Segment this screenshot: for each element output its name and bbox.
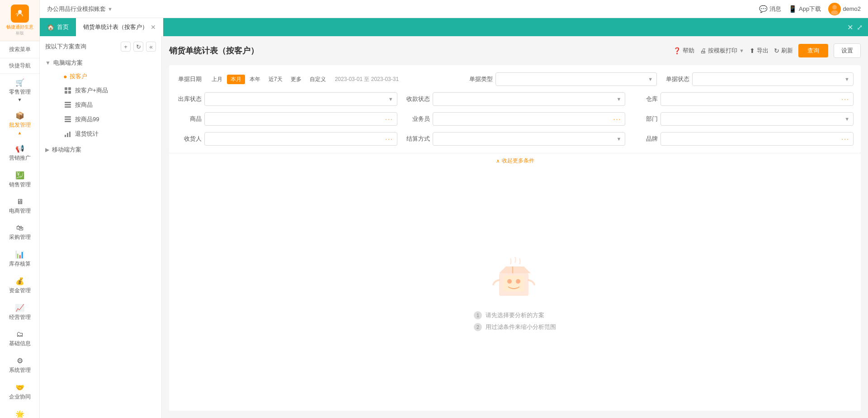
tree-item-product-99[interactable]: 按商品99 [52, 112, 161, 127]
tab-home[interactable]: 🏠 首页 [40, 18, 76, 36]
message-btn[interactable]: 💬 消息 [759, 5, 781, 13]
collapse-bar[interactable]: ∧ 收起更多条件 [169, 153, 861, 168]
receive-status-select[interactable]: ▼ [433, 92, 626, 106]
warehouse-select[interactable]: ··· [660, 92, 854, 106]
refresh-icon: ↻ [774, 47, 779, 54]
consignee-select[interactable]: ··· [204, 132, 397, 146]
wholesale-icon: 📦 [15, 111, 24, 120]
filter-out-status-group: 出库状态 ▼ [176, 92, 397, 106]
date-tab-this-year[interactable]: 本年 [246, 75, 264, 84]
refresh-scheme-btn[interactable]: ↻ [133, 42, 143, 52]
filter-row-3: 商品 ··· 业务员 ··· 部门 [176, 112, 854, 126]
payment-method-select[interactable]: ▼ [433, 132, 626, 146]
svg-rect-3 [65, 87, 67, 90]
svg-rect-5 [65, 91, 67, 94]
date-controls: 上月 本月 本年 近7天 更多 自定义 2023-03-01 至 2023-03… [204, 75, 460, 84]
consignee-label: 收货人 [176, 135, 202, 143]
tab-expand-btn[interactable]: ⤢ [857, 23, 863, 32]
collapse-chevron-icon: ∧ [496, 158, 500, 164]
sidebar-item-finance[interactable]: 💰 资金管理 [0, 272, 39, 299]
empty-tip-2: 2 用过滤条件来缩小分析范围 [474, 323, 556, 331]
doc-status-select[interactable]: ▼ [692, 72, 854, 86]
sidebar-item-purchase[interactable]: 🛍 采购管理 [0, 219, 39, 246]
print-btn[interactable]: 🖨 按模板打印 ▼ [700, 47, 744, 55]
tree-item-customer-product[interactable]: 按客户+商品 [52, 83, 161, 98]
svg-rect-6 [68, 91, 71, 94]
query-button[interactable]: 查询 [798, 44, 828, 57]
doc-status-chevron-icon: ▼ [844, 76, 849, 82]
sidebar-item-operations[interactable]: 📈 经营管理 [0, 299, 39, 326]
date-tab-last-month[interactable]: 上月 [208, 75, 226, 84]
salesperson-select[interactable]: ··· [433, 112, 626, 126]
inventory-icon: 📊 [15, 250, 24, 259]
payment-chevron-icon: ▼ [616, 136, 621, 142]
filter-row-4: 收货人 ··· 结算方式 ▼ 品牌 [176, 132, 854, 146]
sidebar-item-retail[interactable]: 🛒 零售管理 ▼ [0, 74, 39, 107]
salesperson-dots-icon: ··· [613, 115, 622, 123]
purchase-icon: 🛍 [16, 224, 24, 232]
sidebar-item-sales[interactable]: 💹 销售管理 [0, 166, 39, 193]
app-download-btn[interactable]: 📱 App下载 [788, 5, 821, 13]
sidebar-item-basic[interactable]: 🗂 基础信息 [0, 326, 39, 352]
by-product-icon [63, 100, 72, 109]
doc-type-chevron-icon: ▼ [648, 76, 653, 82]
empty-state: 1 请先选择要分析的方案 2 用过滤条件来缩小分析范围 [169, 168, 861, 411]
logo-text: 畅捷通好生意 标版 [6, 24, 33, 36]
collapse-panel-btn[interactable]: « [146, 42, 156, 52]
logo-icon [11, 5, 29, 23]
date-tab-last-7[interactable]: 近7天 [265, 75, 286, 84]
svg-point-1 [832, 5, 837, 10]
tab-close-btn[interactable]: ✕ [151, 24, 156, 31]
sidebar-item-newbie[interactable]: 🌟 新手引导 [0, 405, 39, 418]
tree-desktop-group[interactable]: ▼ 电脑端方案 [40, 56, 161, 70]
date-tab-more[interactable]: 更多 [287, 75, 305, 84]
help-icon: ❓ [673, 47, 681, 54]
sidebar-item-inventory[interactable]: 📊 库存核算 [0, 246, 39, 272]
date-tab-this-month[interactable]: 本月 [227, 75, 245, 84]
svg-rect-7 [65, 102, 71, 103]
search-menu[interactable]: 搜索菜单 [0, 41, 39, 58]
tab-close-all-btn[interactable]: ✕ [847, 23, 853, 32]
finance-icon: 💰 [15, 277, 24, 285]
out-status-select[interactable]: ▼ [204, 92, 397, 106]
customer-active-icon: ● [63, 73, 67, 80]
filter-salesperson-group: 业务员 ··· [405, 112, 626, 126]
filter-product-group: 商品 ··· [176, 112, 397, 126]
dept-chevron-icon: ▼ [844, 116, 849, 122]
brand-select[interactable]: ··· [660, 132, 854, 146]
dept-select[interactable]: ▼ [660, 112, 854, 126]
doc-type-select[interactable]: ▼ [495, 72, 657, 86]
svg-point-19 [516, 279, 520, 284]
export-btn[interactable]: ⬆ 导出 [750, 47, 769, 55]
date-range-display: 2023-03-01 至 2023-03-31 [335, 76, 399, 83]
panel-header-actions: + ↻ « [121, 42, 156, 52]
payment-method-label: 结算方式 [405, 135, 430, 143]
industry-selector[interactable]: 办公用品行业模拟账套 ▼ [47, 5, 113, 13]
sidebar-item-enterprise[interactable]: 🤝 企业协同 [0, 379, 39, 405]
sidebar-item-wholesale[interactable]: 📦 批发管理 ▲ [0, 107, 39, 140]
brand-label: 品牌 [632, 135, 658, 143]
product-99-icon [63, 115, 72, 124]
quick-nav[interactable]: 快捷导航 [0, 58, 39, 74]
refresh-btn[interactable]: ↻ 刷新 [774, 47, 793, 55]
filter-row-2: 出库状态 ▼ 收款状态 ▼ 仓库 [176, 92, 854, 106]
tree-mobile-group[interactable]: ▶ 移动端方案 [40, 143, 161, 157]
phone-icon: 📱 [788, 5, 797, 13]
product-select[interactable]: ··· [204, 112, 397, 126]
date-tab-custom[interactable]: 自定义 [306, 75, 330, 84]
tab-sales-stat[interactable]: 销货单统计表（按客户） ✕ [76, 18, 163, 36]
tree-item-by-customer[interactable]: ● 按客户 [52, 70, 161, 83]
settings-button[interactable]: 设置 [834, 43, 861, 58]
tree-item-by-product[interactable]: 按商品 [52, 98, 161, 112]
tree-item-return-stat[interactable]: 退货统计 [52, 127, 161, 141]
help-btn[interactable]: ❓ 帮助 [673, 47, 694, 55]
date-tab-group: 上月 本月 本年 近7天 更多 自定义 [208, 75, 330, 84]
brand-dots-icon: ··· [841, 135, 849, 142]
add-scheme-btn[interactable]: + [121, 42, 131, 52]
sidebar-logo: 畅捷通好生意 标版 [0, 0, 39, 41]
product-dots-icon: ··· [385, 115, 393, 123]
sidebar-item-ecommerce[interactable]: 🖥 电商管理 [0, 193, 39, 219]
user-profile[interactable]: demo2 [828, 3, 861, 15]
sidebar-item-system[interactable]: ⚙ 系统管理 [0, 352, 39, 379]
sidebar-item-marketing[interactable]: 📢 营销推广 [0, 140, 39, 166]
